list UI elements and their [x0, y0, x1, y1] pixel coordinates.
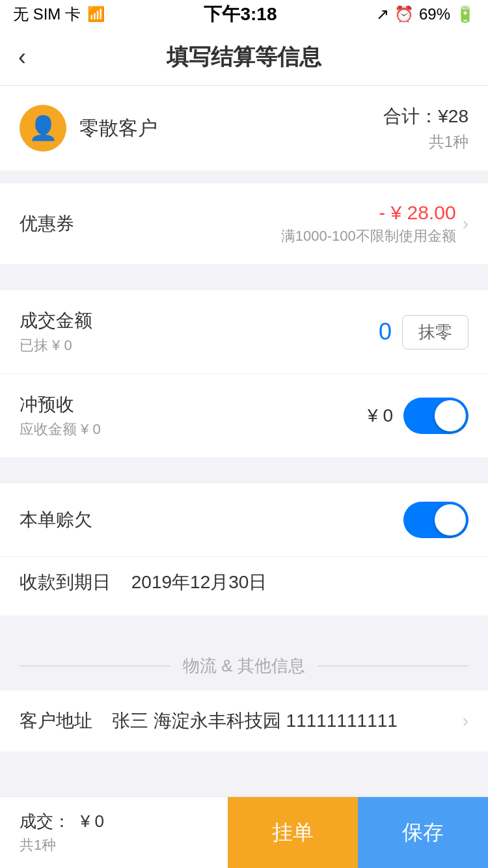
alarm-icon: ⏰: [394, 5, 414, 23]
coupon-section[interactable]: 优惠券 - ¥ 28.00 满1000-100不限制使用金额 ›: [0, 183, 488, 264]
back-button[interactable]: ‹: [18, 44, 26, 71]
due-date-value: 2019年12月30日: [131, 572, 267, 592]
transaction-amount-label: 成交金额: [20, 308, 98, 333]
coupon-value-col: - ¥ 28.00 满1000-100不限制使用金额: [281, 202, 456, 246]
transaction-amount-value[interactable]: 0: [353, 318, 392, 346]
round-off-button[interactable]: 抹零: [402, 315, 468, 349]
customer-total-area: 合计：¥28 共1种: [383, 104, 468, 152]
transaction-amount-label-col: 成交金额 已抹 ¥ 0: [20, 308, 98, 355]
bottom-info: 成交： ¥ 0 共1种: [0, 810, 228, 855]
debt-label: 本单赊欠: [20, 508, 92, 532]
bottom-bar: 成交： ¥ 0 共1种 挂单 保存: [0, 796, 488, 868]
separator-3: [0, 629, 488, 642]
transaction-amount-row: 成交金额 已抹 ¥ 0 0 抹零: [0, 290, 488, 374]
address-chevron-icon: ›: [463, 711, 468, 731]
bottom-deal-label: 成交：: [20, 811, 70, 831]
avatar-icon: 👤: [29, 115, 58, 142]
amount-input-area: 0 抹零: [353, 315, 468, 349]
address-row[interactable]: 客户地址 张三 海淀永丰科技园 11111111111 ›: [0, 690, 488, 752]
due-date-label: 收款到期日: [20, 572, 111, 592]
predeposit-value-col: ¥ 0: [368, 405, 393, 426]
bottom-buttons: 挂单 保存: [228, 797, 488, 868]
save-button[interactable]: 保存: [358, 797, 488, 868]
coupon-right: - ¥ 28.00 满1000-100不限制使用金额 ›: [281, 202, 468, 246]
bottom-deal-row: 成交： ¥ 0: [20, 810, 208, 833]
location-icon: ↗: [376, 5, 389, 23]
predeposit-label-col: 冲预收 应收金额 ¥ 0: [20, 392, 101, 439]
battery-icon: 🔋: [455, 5, 475, 23]
coupon-description: 满1000-100不限制使用金额: [281, 226, 456, 246]
divider-line-right: [318, 666, 468, 666]
status-bar: 无 SIM 卡 📶 下午3:18 ↗ ⏰ 69% 🔋: [0, 0, 488, 29]
carrier-label: 无 SIM 卡: [13, 4, 81, 25]
customer-count: 共1种: [383, 131, 468, 152]
time-label: 下午3:18: [204, 2, 277, 27]
toggle-knob: [435, 400, 466, 431]
bottom-deal-value: ¥ 0: [81, 811, 104, 831]
status-left: 无 SIM 卡 📶: [13, 4, 105, 25]
customer-row: 👤 零散客户 合计：¥28 共1种: [0, 86, 488, 170]
page-title: 填写结算等信息: [167, 42, 321, 72]
address-label: 客户地址: [20, 709, 92, 733]
predeposit-value: ¥ 0: [368, 405, 393, 426]
predeposit-right: ¥ 0: [368, 398, 468, 434]
already-rounded-label: 已抹 ¥ 0: [20, 336, 98, 355]
due-date-row: 收款到期日 2019年12月30日: [0, 556, 488, 616]
debt-section: 本单赊欠 收款到期日 2019年12月30日: [0, 483, 488, 616]
coupon-amount: - ¥ 28.00: [281, 202, 456, 224]
bottom-count: 共1种: [20, 835, 208, 855]
separator-2: [0, 470, 488, 483]
battery-label: 69%: [419, 5, 450, 23]
logistics-divider: 物流 & 其他信息: [0, 642, 488, 690]
debt-row: 本单赊欠: [0, 483, 488, 556]
logistics-label: 物流 & 其他信息: [183, 655, 305, 677]
customer-info: 👤 零散客户: [20, 105, 157, 152]
chevron-right-icon: ›: [463, 213, 468, 234]
debt-toggle[interactable]: [403, 502, 468, 538]
divider-line-left: [20, 666, 170, 666]
receivable-label: 应收金额 ¥ 0: [20, 420, 101, 439]
status-right: ↗ ⏰ 69% 🔋: [376, 5, 475, 23]
debt-toggle-knob: [435, 504, 466, 536]
customer-total: 合计：¥28: [383, 104, 468, 129]
predeposit-row: 冲预收 应收金额 ¥ 0 ¥ 0: [0, 374, 488, 457]
transaction-section: 成交金额 已抹 ¥ 0 0 抹零 冲预收 应收金额 ¥ 0 ¥ 0: [0, 290, 488, 457]
customer-name: 零散客户: [79, 115, 157, 142]
hold-button[interactable]: 挂单: [228, 797, 358, 868]
predeposit-label: 冲预收: [20, 392, 101, 417]
coupon-label: 优惠券: [20, 211, 74, 236]
separator-1: [0, 277, 488, 290]
nav-bar: ‹ 填写结算等信息: [0, 29, 488, 86]
address-value: 张三 海淀永丰科技园 11111111111: [112, 709, 443, 733]
avatar: 👤: [20, 105, 66, 152]
wifi-icon: 📶: [87, 6, 105, 23]
predeposit-toggle[interactable]: [403, 398, 468, 434]
